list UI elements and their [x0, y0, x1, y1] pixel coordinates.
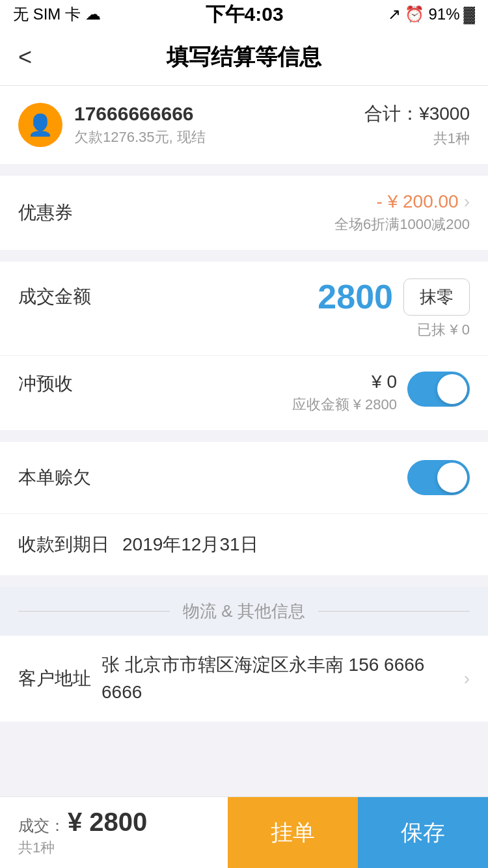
toggle-knob [437, 374, 467, 404]
credit-label: 本单赊欠 [18, 465, 91, 490]
advance-label: 冲预收 [18, 372, 73, 396]
footer-count: 共1种 [18, 838, 210, 858]
customer-left: 👤 17666666666 欠款1276.35元, 现结 [18, 103, 206, 147]
chevron-right-icon: › [464, 191, 470, 212]
alarm-icon: ⏰ [405, 5, 424, 23]
advance-row: 冲预收 ¥ 0 应收金额 ¥ 2800 [18, 372, 470, 414]
footer: 成交： ¥ 2800 共1种 挂单 保存 [0, 796, 488, 868]
battery-icon: ▓ [463, 5, 475, 23]
coupon-right: - ¥ 200.00 › 全场6折满1000减200 [334, 191, 470, 234]
advance-amount: ¥ 0 [292, 372, 397, 392]
location-icon: ↗ [388, 5, 401, 23]
status-bar: 无 SIM 卡 ☁ 下午4:03 ↗ ⏰ 91% ▓ [0, 0, 488, 29]
logistics-line-right [318, 611, 470, 612]
avatar-icon: 👤 [27, 113, 53, 137]
coupon-row[interactable]: 优惠券 - ¥ 200.00 › 全场6折满1000减200 [0, 176, 488, 250]
address-value: 张 北京市市辖区海淀区永丰南 156 6666 6666 [102, 651, 464, 706]
advance-section: 冲预收 ¥ 0 应收金额 ¥ 2800 [0, 355, 488, 430]
customer-card: 👤 17666666666 欠款1276.35元, 现结 合计：¥3000 共1… [0, 86, 488, 164]
footer-amount: ¥ 2800 [68, 807, 147, 837]
footer-deal-label: 成交： [18, 815, 65, 836]
save-button[interactable]: 保存 [358, 797, 488, 869]
pending-button[interactable]: 挂单 [228, 797, 358, 869]
date-label: 收款到期日 [18, 532, 109, 557]
divider-3 [0, 430, 488, 442]
advance-sub: 应收金额 ¥ 2800 [292, 395, 397, 414]
credit-toggle[interactable] [407, 460, 470, 495]
customer-phone: 17666666666 [74, 103, 206, 125]
credit-toggle-knob [437, 463, 467, 493]
deal-section: 成交金额 2800 抹零 已抹 ¥ 0 [0, 262, 488, 355]
deal-row: 成交金额 2800 抹零 [18, 277, 470, 316]
advance-values: ¥ 0 应收金额 ¥ 2800 [292, 372, 397, 414]
credit-section: 本单赊欠 [0, 442, 488, 513]
address-label: 客户地址 [18, 666, 91, 691]
customer-totals: 合计：¥3000 共1种 [364, 102, 470, 148]
date-value: 2019年12月31日 [122, 532, 258, 557]
total-count: 共1种 [364, 129, 470, 148]
date-section: 收款到期日 2019年12月31日 [0, 513, 488, 575]
back-button[interactable]: < [18, 44, 32, 71]
status-left: 无 SIM 卡 ☁ [13, 4, 101, 25]
status-time: 下午4:03 [206, 1, 284, 28]
coupon-desc: 全场6折满1000减200 [334, 215, 470, 234]
round-button[interactable]: 抹零 [403, 278, 470, 316]
content-area: 👤 17666666666 欠款1276.35元, 现结 合计：¥3000 共1… [0, 86, 488, 868]
deal-sub: 已抹 ¥ 0 [18, 320, 470, 340]
divider-2 [0, 250, 488, 262]
deal-label: 成交金额 [18, 284, 91, 309]
deal-amount-value: 2800 [318, 277, 393, 316]
coupon-label: 优惠券 [18, 200, 73, 225]
address-section[interactable]: 客户地址 张 北京市市辖区海淀区永丰南 156 6666 6666 › [0, 636, 488, 722]
advance-right: ¥ 0 应收金额 ¥ 2800 [292, 372, 470, 414]
advance-toggle[interactable] [407, 372, 470, 407]
total-amount: 合计：¥3000 [364, 102, 470, 126]
status-right: ↗ ⏰ 91% ▓ [388, 5, 475, 23]
logistics-line-left [18, 611, 170, 612]
customer-debt: 欠款1276.35元, 现结 [74, 128, 206, 147]
divider-1 [0, 164, 488, 176]
coupon-value: - ¥ 200.00 [377, 191, 459, 212]
customer-info: 17666666666 欠款1276.35元, 现结 [74, 103, 206, 147]
nav-bar: < 填写结算等信息 [0, 29, 488, 86]
battery-level: 91% [428, 5, 459, 23]
avatar: 👤 [18, 103, 62, 147]
logistics-label: 物流 & 其他信息 [183, 600, 305, 623]
divider-4 [0, 575, 488, 587]
deal-right: 2800 抹零 [318, 277, 470, 316]
footer-info: 成交： ¥ 2800 共1种 [0, 807, 228, 858]
sim-label: 无 SIM 卡 ☁ [13, 4, 101, 25]
nav-title: 填写结算等信息 [167, 42, 321, 72]
address-chevron-icon: › [464, 668, 470, 689]
logistics-header: 物流 & 其他信息 [0, 587, 488, 636]
